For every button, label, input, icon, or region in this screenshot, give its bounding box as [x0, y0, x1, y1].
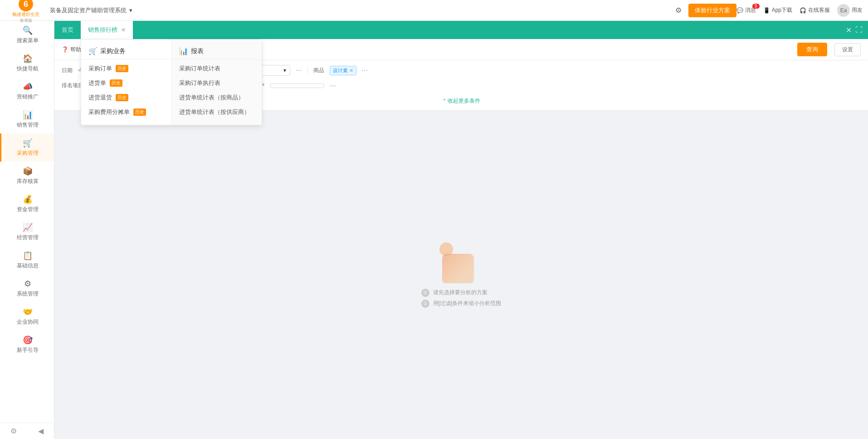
- marketing-icon: 📣: [23, 82, 33, 92]
- sidebar-item-label: 资金管理: [17, 206, 39, 213]
- sidebar: 🔍 搜索菜单 🏠 快捷导航 📣 营销推广 📊 销售管理 🛒 采购管: [0, 21, 54, 439]
- sidebar-bottom: ⚙ ◀: [0, 423, 54, 439]
- message-badge: 9: [752, 4, 760, 9]
- date-filter-label: 日期: [62, 67, 73, 74]
- industry-button[interactable]: 体验行业方案: [688, 4, 736, 17]
- main-content: ① 请先选择要分析的方案 ② 用[过滤]条件来缩小分析范围: [54, 111, 868, 439]
- step-2-text: 用[过滤]条件来缩小分析范围: [433, 300, 502, 307]
- dropdown-item-receipt-supplier[interactable]: 进货单统计表（按供应商）: [172, 105, 262, 119]
- dropdown-item-po-exec[interactable]: 采购订单执行表: [172, 76, 262, 90]
- logo-icon: 6: [19, 0, 33, 11]
- help-label: 帮助: [70, 46, 81, 54]
- logo-text: 畅捷通好生意: [12, 11, 39, 18]
- dropdown-item-expense-label: 采购费用分摊单: [88, 108, 130, 116]
- tab-sales-rank[interactable]: 销售排行榜 ✕ 🛒 采购业务 采购订单 历史: [81, 21, 133, 39]
- tab-sales-rank-label: 销售排行榜: [88, 26, 117, 34]
- dropdown-item-receipt[interactable]: 进货单 历史: [81, 76, 171, 90]
- sidebar-item-system[interactable]: ⚙ 系统管理: [0, 274, 54, 302]
- app-download-button[interactable]: 📱 App下载: [763, 6, 792, 14]
- dropdown-item-receipt-label: 进货单: [88, 79, 106, 87]
- app-download-icon: 📱: [763, 7, 770, 14]
- history-badge: 历史: [116, 65, 128, 72]
- sidebar-menu: 🔍 搜索菜单 🏠 快捷导航 📣 营销推广 📊 销售管理 🛒 采购管: [0, 21, 54, 423]
- empty-illustration-circle: [439, 242, 453, 256]
- sidebar-item-purchase[interactable]: 🛒 采购管理: [0, 133, 54, 162]
- report-col-icon: 📊: [179, 47, 188, 55]
- tab-home[interactable]: 首页: [54, 21, 81, 39]
- sidebar-collapse-icon[interactable]: ◀: [38, 427, 44, 435]
- inventory-icon: 📦: [23, 166, 33, 176]
- dropdown-col-purchase: 🛒 采购业务 采购订单 历史 进货单 历史: [81, 39, 171, 125]
- sidebar-item-quicknav[interactable]: 🏠 快捷导航: [0, 49, 54, 77]
- sidebar-settings-icon[interactable]: ⚙: [10, 427, 17, 435]
- history-badge: 历史: [133, 109, 146, 116]
- sidebar-item-label: 库存核算: [17, 178, 39, 185]
- dropdown-item-po-stat-label: 采购订单统计表: [179, 64, 220, 73]
- sidebar-item-marketing[interactable]: 📣 营销推广: [0, 77, 54, 105]
- app-download-label: App下载: [772, 6, 792, 14]
- tab-bar-right: ✕ ⛶: [846, 21, 868, 39]
- avatar: Ea: [837, 4, 850, 17]
- sidebar-item-operations[interactable]: 📈 经营管理: [0, 218, 54, 246]
- gear-button[interactable]: ⚙: [672, 4, 685, 17]
- empty-illustration: [442, 254, 474, 283]
- sidebar-item-label: 基础信息: [17, 262, 39, 270]
- customer-ellipsis[interactable]: ···: [330, 82, 336, 90]
- sidebar-item-label: 快捷导航: [17, 65, 39, 73]
- main-area: 🔍 搜索菜单 🏠 快捷导航 📣 营销推广 📊 销售管理 🛒 采购管: [0, 21, 868, 439]
- settings-button[interactable]: 设置: [834, 43, 861, 56]
- collapse-label: 收起更多条件: [448, 97, 480, 105]
- dropdown-col2-title: 📊 报表: [172, 45, 262, 59]
- goods-ellipsis[interactable]: ···: [362, 66, 368, 74]
- tab-fullscreen-icon[interactable]: ⛶: [855, 26, 863, 34]
- step-num-1: ①: [421, 289, 429, 297]
- app-container: 6 畅捷通好生意 标准版 装备及固定资产辅助管理系统 ▾ ⚙ 体验行业方案 💬 …: [0, 0, 868, 439]
- dropdown-item-receipt-goods[interactable]: 进货单统计表（按商品）: [172, 90, 262, 105]
- sidebar-item-finance[interactable]: 💰 资金管理: [0, 190, 54, 218]
- dropdown-item-receipt-goods-label: 进货单统计表（按商品）: [179, 94, 244, 102]
- system-title-text: 装备及固定资产辅助管理系统: [50, 6, 127, 15]
- avatar-text: Ea: [840, 7, 847, 14]
- collapse-button[interactable]: ⌃ 收起更多条件: [442, 97, 480, 105]
- sidebar-item-label: 搜索菜单: [17, 37, 39, 44]
- sidebar-item-inventory[interactable]: 📦 库存核算: [0, 162, 54, 190]
- bill-status-ellipsis[interactable]: ···: [296, 66, 302, 74]
- dropdown-col2-title-text: 报表: [191, 47, 204, 55]
- online-service-label: 在线客服: [808, 6, 830, 14]
- purchase-col-icon: 🛒: [88, 47, 98, 55]
- dropdown-item-po-label: 采购订单: [88, 64, 112, 73]
- logo-sub: 标准版: [20, 18, 32, 24]
- query-button[interactable]: 查询: [797, 43, 827, 56]
- system-title: 装备及固定资产辅助管理系统 ▾: [50, 6, 672, 15]
- dropdown-item-return-label: 进货退货: [88, 94, 112, 102]
- sidebar-item-guide[interactable]: 🎯 新手引导: [0, 330, 54, 359]
- step-num-2: ②: [421, 300, 429, 308]
- sidebar-item-label: 新手引导: [17, 346, 39, 354]
- tab-close-all-icon[interactable]: ✕: [846, 26, 852, 35]
- dropdown-item-po-stat[interactable]: 采购订单统计表: [172, 61, 262, 76]
- dropdown-item-po[interactable]: 采购订单 历史: [81, 61, 171, 76]
- dropdown-item-return[interactable]: 进货退货 历史: [81, 90, 171, 105]
- guide-icon: 🎯: [23, 335, 33, 345]
- purchase-icon: 🛒: [23, 138, 33, 148]
- message-button[interactable]: 💬 消息 9: [736, 6, 756, 14]
- purchase-dropdown-menu: 🛒 采购业务 采购订单 历史 进货单 历史: [81, 39, 262, 125]
- dropdown-item-expense[interactable]: 采购费用分摊单 历史: [81, 105, 171, 119]
- empty-state: ① 请先选择要分析的方案 ② 用[过滤]条件来缩小分析范围: [421, 242, 502, 308]
- top-right: 💬 消息 9 📱 App下载 🎧 在线客服 Ea 用友: [736, 4, 863, 17]
- dropdown-item-po-exec-label: 采购订单执行表: [179, 79, 220, 87]
- sidebar-item-enterprise[interactable]: 🤝 企业协同: [0, 302, 54, 330]
- user-label: 用友: [852, 6, 863, 14]
- sidebar-item-basic[interactable]: 📋 基础信息: [0, 246, 54, 274]
- online-service-button[interactable]: 🎧 在线客服: [800, 6, 830, 14]
- help-icon: ❓: [62, 46, 68, 53]
- goods-tag-remove[interactable]: ✕: [349, 68, 353, 74]
- system-dropdown-arrow[interactable]: ▾: [129, 7, 132, 14]
- user-button[interactable]: Ea 用友: [837, 4, 863, 17]
- tab-close-icon[interactable]: ✕: [121, 27, 126, 33]
- customer-select[interactable]: [270, 84, 324, 88]
- sidebar-item-sales[interactable]: 📊 销售管理: [0, 105, 54, 133]
- content-area: 首页 销售排行榜 ✕ 🛒 采购业务 采: [54, 21, 868, 439]
- sidebar-item-search[interactable]: 🔍 搜索菜单: [0, 21, 54, 49]
- help-button[interactable]: ❓ 帮助: [62, 46, 81, 54]
